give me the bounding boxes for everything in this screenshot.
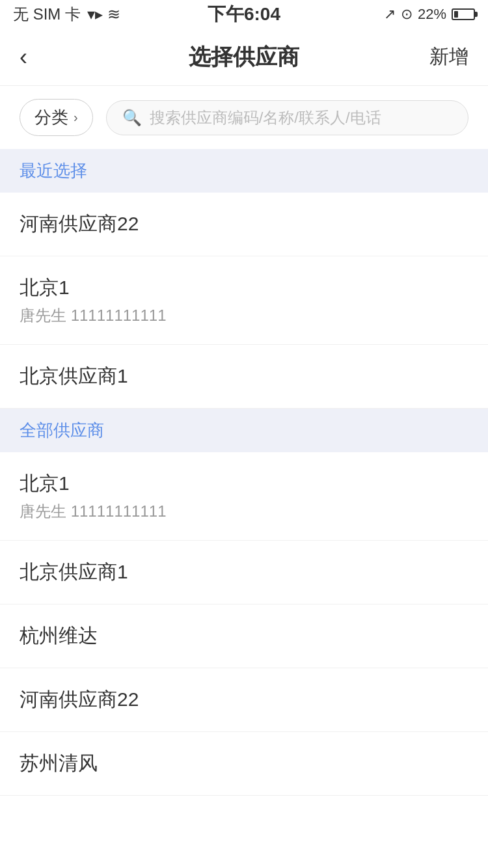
battery-text: 22%: [418, 6, 446, 23]
all-list: 北京1唐先生 11111111111北京供应商1杭州维达河南供应商22苏州清风: [0, 452, 488, 796]
add-button[interactable]: 新增: [429, 44, 468, 70]
nav-bar: ‹ 选择供应商 新增: [0, 29, 488, 86]
all-section-label: 全部供应商: [20, 420, 104, 440]
recent-list: 河南供应商22北京1唐先生 11111111111北京供应商1: [0, 193, 488, 409]
list-item[interactable]: 北京1唐先生 11111111111: [0, 256, 488, 345]
page-title: 选择供应商: [189, 42, 299, 72]
item-name: 北京1: [20, 275, 468, 301]
item-name: 苏州清风: [20, 750, 468, 777]
status-left: 无 SIM 卡 ▾▸ ≋: [13, 4, 120, 25]
filter-bar: 分类 › 🔍 搜索供应商编码/名称/联系人/电话: [0, 86, 488, 149]
item-name: 杭州维达: [20, 623, 468, 649]
list-item[interactable]: 北京供应商1: [0, 345, 488, 409]
chevron-right-icon: ›: [74, 110, 78, 125]
item-name: 北京供应商1: [20, 559, 468, 586]
list-item[interactable]: 北京供应商1: [0, 541, 488, 604]
carrier-text: 无 SIM 卡: [13, 4, 81, 25]
search-placeholder: 搜索供应商编码/名称/联系人/电话: [150, 107, 381, 128]
recent-section-label: 最近选择: [20, 161, 87, 180]
item-sub: 唐先生 11111111111: [20, 305, 468, 326]
status-right: ↗ ⊙ 22%: [384, 6, 475, 23]
alarm-icon: ⊙: [401, 6, 413, 23]
all-section-header: 全部供应商: [0, 409, 488, 452]
list-item[interactable]: 河南供应商22: [0, 668, 488, 732]
list-item[interactable]: 北京1唐先生 11111111111: [0, 452, 488, 541]
battery-icon: [452, 8, 475, 20]
list-item[interactable]: 河南供应商22: [0, 193, 488, 256]
item-name: 河南供应商22: [20, 686, 468, 713]
search-icon: 🔍: [122, 109, 142, 127]
back-button[interactable]: ‹: [20, 44, 59, 71]
status-bar: 无 SIM 卡 ▾▸ ≋ 下午6:04 ↗ ⊙ 22%: [0, 0, 488, 29]
item-name: 河南供应商22: [20, 211, 468, 237]
category-filter-button[interactable]: 分类 ›: [20, 99, 93, 136]
list-item[interactable]: 杭州维达: [0, 604, 488, 668]
item-name: 北京供应商1: [20, 363, 468, 390]
category-label: 分类: [34, 106, 68, 129]
location-icon: ↗: [384, 6, 396, 23]
status-time: 下午6:04: [208, 2, 280, 27]
item-name: 北京1: [20, 470, 468, 497]
list-item[interactable]: 苏州清风: [0, 732, 488, 796]
search-box[interactable]: 🔍 搜索供应商编码/名称/联系人/电话: [106, 100, 468, 135]
recent-section-header: 最近选择: [0, 149, 488, 193]
wifi-icon: ▾▸ ≋: [87, 5, 120, 23]
item-sub: 唐先生 11111111111: [20, 501, 468, 522]
